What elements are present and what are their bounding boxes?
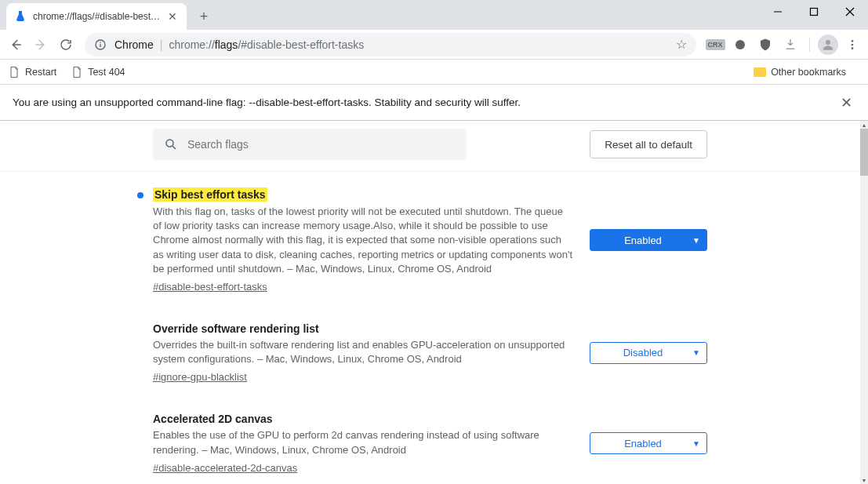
svg-point-7	[735, 40, 745, 49]
svg-point-8	[826, 40, 830, 45]
vertical-scrollbar[interactable]: ▴ ▾	[860, 121, 868, 484]
scroll-thumb[interactable]	[860, 129, 868, 176]
minimize-button[interactable]	[760, 0, 796, 24]
reload-button[interactable]	[55, 34, 77, 56]
flag-control: Enabled▼	[590, 187, 707, 293]
scroll-down-arrow[interactable]: ▾	[860, 476, 868, 484]
profile-avatar[interactable]	[818, 35, 838, 55]
flag-description: Overrides the built-in software renderin…	[153, 338, 574, 366]
other-bookmarks[interactable]: Other bookmarks	[754, 67, 846, 78]
svg-point-10	[852, 43, 854, 45]
flag-body: Accelerated 2D canvasEnables the use of …	[153, 412, 590, 474]
flag-control: Disabled▼	[590, 322, 707, 384]
flag-anchor-link[interactable]: #ignore-gpu-blacklist	[153, 371, 247, 383]
flags-page: Reset all to default Skip best effort ta…	[0, 121, 860, 484]
tab-title: chrome://flags/#disable-best-eff	[33, 11, 162, 22]
flag-item: Skip best effort tasksWith this flag on,…	[137, 187, 707, 293]
search-input[interactable]	[187, 138, 456, 151]
search-row: Reset all to default	[0, 121, 860, 172]
reset-all-button[interactable]: Reset all to default	[590, 130, 707, 158]
flag-item: Override software rendering listOverride…	[137, 322, 707, 384]
search-icon	[164, 137, 178, 151]
toolbar: Chrome | chrome://flags/#disable-best-ef…	[0, 30, 868, 60]
bookmarks-bar: Restart Test 404 Other bookmarks	[0, 60, 868, 85]
menu-button[interactable]	[843, 35, 862, 54]
flag-body: Skip best effort tasksWith this flag on,…	[153, 187, 590, 293]
bookmark-label: Restart	[25, 67, 56, 78]
bookmark-label: Test 404	[88, 67, 125, 78]
svg-point-5	[100, 42, 101, 43]
browser-tab[interactable]: chrome://flags/#disable-best-eff ✕	[6, 3, 187, 30]
maximize-button[interactable]	[796, 0, 832, 24]
new-tab-button[interactable]: +	[193, 5, 215, 27]
page-icon	[71, 66, 83, 78]
tab-close-icon[interactable]: ✕	[166, 10, 179, 23]
flag-body: Override software rendering listOverride…	[153, 322, 590, 384]
flag-title: Override software rendering list	[153, 322, 319, 335]
flag-title: Skip best effort tasks	[153, 187, 267, 202]
flag-description: Enables the use of the GPU to perform 2d…	[153, 428, 574, 457]
flag-description: With this flag on, tasks of the lowest p…	[153, 205, 574, 276]
extension-crx-icon[interactable]: CRX	[706, 35, 725, 54]
bookmark-star-icon[interactable]: ☆	[676, 37, 687, 52]
flag-select[interactable]: Disabled▼	[590, 342, 707, 364]
extension-shield-icon[interactable]	[756, 35, 775, 54]
url-text: Chrome | chrome://flags/#disable-best-ef…	[114, 38, 364, 51]
chevron-down-icon: ▼	[692, 236, 700, 245]
info-icon	[94, 38, 107, 51]
svg-point-12	[166, 140, 173, 147]
forward-button[interactable]	[30, 34, 52, 56]
download-icon[interactable]	[781, 35, 800, 54]
flags-list: Skip best effort tasksWith this flag on,…	[0, 172, 860, 484]
window-controls	[760, 0, 868, 30]
toolbar-separator	[809, 38, 810, 52]
flag-select-value: Disabled	[623, 347, 663, 358]
bookmark-restart[interactable]: Restart	[8, 66, 56, 78]
svg-line-13	[173, 146, 176, 149]
svg-point-9	[852, 40, 854, 42]
extension-icon-1[interactable]	[731, 35, 750, 54]
flag-title: Accelerated 2D canvas	[153, 413, 273, 425]
chevron-down-icon: ▼	[692, 348, 700, 357]
folder-icon	[754, 67, 766, 77]
flag-select-value: Enabled	[624, 235, 662, 246]
svg-rect-1	[811, 9, 818, 16]
chevron-down-icon: ▼	[692, 439, 700, 448]
flag-anchor-link[interactable]: #disable-accelerated-2d-canvas	[153, 462, 297, 474]
page-icon	[8, 66, 20, 78]
close-window-button[interactable]	[832, 0, 868, 24]
warning-bar: You are using an unsupported command-lin…	[0, 85, 868, 121]
flask-icon	[14, 10, 27, 23]
flag-item: Accelerated 2D canvasEnables the use of …	[137, 412, 707, 474]
scroll-up-arrow[interactable]: ▴	[860, 121, 868, 129]
flag-select[interactable]: Enabled▼	[590, 229, 707, 251]
modified-indicator	[137, 192, 143, 198]
search-box[interactable]	[153, 129, 467, 160]
bookmark-test404[interactable]: Test 404	[71, 66, 125, 78]
flag-select-value: Enabled	[624, 438, 662, 449]
other-bookmarks-label: Other bookmarks	[771, 67, 846, 78]
back-button[interactable]	[5, 34, 27, 56]
flag-control: Enabled▼	[590, 412, 707, 474]
warning-text: You are using an unsupported command-lin…	[13, 96, 521, 108]
titlebar: chrome://flags/#disable-best-eff ✕ +	[0, 0, 868, 30]
svg-point-11	[852, 47, 854, 49]
flag-anchor-link[interactable]: #disable-best-effort-tasks	[153, 281, 267, 293]
flag-select[interactable]: Enabled▼	[590, 432, 707, 454]
warning-close-button[interactable]: ✕	[837, 91, 855, 115]
address-bar[interactable]: Chrome | chrome://flags/#disable-best-ef…	[85, 33, 696, 56]
